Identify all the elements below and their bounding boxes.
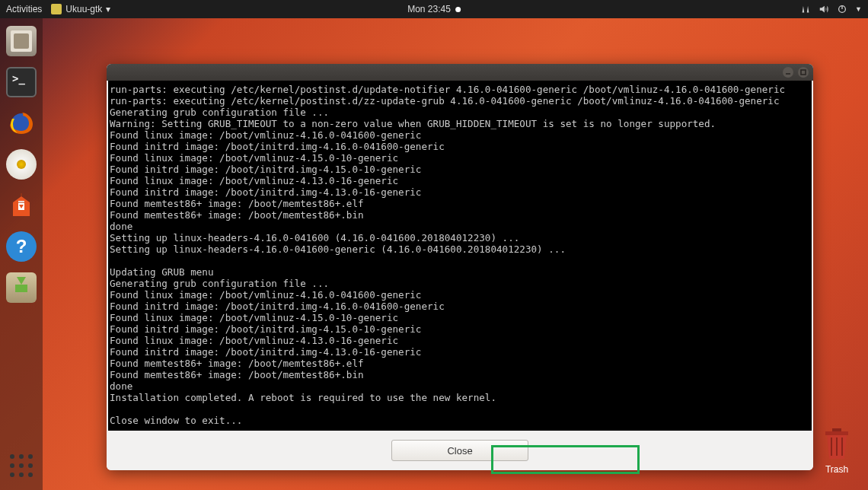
terminal-output: run-parts: executing /etc/kernel/postins…	[108, 81, 812, 431]
ukuu-app-icon	[51, 4, 62, 14]
dock-rhythmbox[interactable]	[6, 149, 37, 180]
dock-help[interactable]: ?	[6, 231, 37, 262]
dock-terminal[interactable]	[6, 67, 37, 97]
dock-files[interactable]	[6, 26, 37, 56]
system-menu-caret-icon[interactable]: ▼	[855, 5, 862, 13]
trash-desktop-icon[interactable]: Trash	[821, 425, 853, 475]
volume-icon[interactable]	[819, 4, 829, 14]
close-button[interactable]: Close	[391, 440, 528, 461]
clock-label: Mon 23:45	[407, 4, 451, 14]
dialog-button-row: Close	[107, 431, 813, 470]
svg-rect-3	[801, 70, 806, 75]
dock-firefox[interactable]	[6, 108, 37, 138]
show-applications-button[interactable]	[8, 452, 35, 479]
notification-dot-icon	[455, 7, 461, 12]
power-icon[interactable]	[837, 4, 847, 14]
app-name-label: Ukuu-gtk	[65, 4, 102, 14]
titlebar[interactable]	[107, 64, 813, 81]
clock[interactable]: Mon 23:45	[407, 4, 461, 14]
app-menu[interactable]: Ukuu-gtk ▾	[51, 4, 110, 14]
dock-downloads[interactable]	[6, 272, 37, 303]
activities-button[interactable]: Activities	[6, 4, 42, 14]
top-panel: Activities Ukuu-gtk ▾ Mon 23:45 ▼	[0, 0, 868, 18]
trash-label: Trash	[821, 464, 853, 475]
dock-software[interactable]	[6, 190, 37, 221]
ukuu-dialog-window: run-parts: executing /etc/kernel/postins…	[107, 64, 813, 470]
dropdown-caret-icon: ▾	[106, 4, 110, 14]
dock: ?	[0, 18, 43, 490]
network-icon[interactable]	[800, 4, 811, 14]
minimize-button[interactable]	[783, 67, 793, 78]
maximize-button[interactable]	[798, 67, 809, 78]
